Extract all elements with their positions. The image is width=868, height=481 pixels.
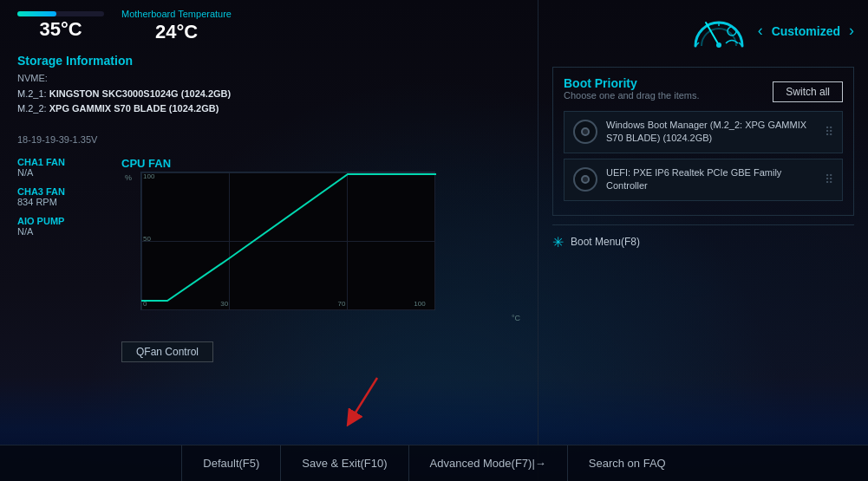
- storage-m21-name: KINGSTON SKC3000S1024G (1024.2GB): [49, 88, 232, 99]
- boot-item-0-icon-inner: [581, 127, 590, 136]
- fan-0-value: N/A: [17, 167, 104, 178]
- mb-temp-label: Motherboard Temperature: [121, 9, 232, 19]
- boot-menu-section: ✳ Boot Menu(F8): [552, 224, 854, 250]
- svg-line-7: [351, 378, 377, 419]
- gauge-icon: [689, 7, 749, 55]
- arrow-svg: [343, 369, 395, 430]
- fan-2-value: N/A: [17, 226, 104, 237]
- red-arrow-annotation: [343, 369, 395, 433]
- boot-priority-title-group: Boot Priority Choose one and drag the it…: [564, 76, 700, 107]
- svg-line-0: [706, 23, 719, 45]
- boot-item-1-icon-inner: [581, 175, 590, 184]
- fan-item-2: AIO PUMP N/A: [17, 216, 104, 237]
- qfan-button[interactable]: QFan Control: [121, 341, 213, 362]
- chart-x-30: 30: [220, 300, 228, 308]
- boot-menu-label: Boot Menu(F8): [571, 236, 640, 248]
- boot-menu-icon: ✳: [552, 234, 564, 250]
- profile-nav-right[interactable]: ›: [849, 22, 854, 40]
- save-exit-button[interactable]: Save & Exit(F10): [281, 445, 408, 481]
- ram-info: 18-19-19-39-1.35V: [17, 134, 520, 145]
- temperature-row: 35°C Motherboard Temperature 24°C: [17, 9, 520, 43]
- boot-item-1[interactable]: UEFI: PXE IP6 Realtek PCIe GBE Family Co…: [564, 159, 843, 201]
- boot-priority-section: Boot Priority Choose one and drag the it…: [552, 67, 854, 216]
- fan-list: CHA1 FAN N/A CHA3 FAN 834 RPM AIO PUMP N…: [17, 157, 104, 237]
- cpu-fan-title: CPU FAN: [121, 157, 520, 170]
- boot-priority-header: Boot Priority Choose one and drag the it…: [564, 76, 843, 107]
- svg-point-1: [716, 42, 721, 48]
- fan-item-0: CHA1 FAN N/A: [17, 157, 104, 178]
- switch-all-button[interactable]: Switch all: [773, 81, 843, 102]
- storage-m22-name: XPG GAMMIX S70 BLADE (1024.2GB): [49, 103, 219, 114]
- boot-menu-button[interactable]: ✳ Boot Menu(F8): [552, 234, 640, 250]
- storage-m21: M.2_1: KINGSTON SKC3000S1024G (1024.2GB): [17, 87, 520, 102]
- storage-m22-slot: M.2_2:: [17, 103, 47, 114]
- storage-type: NVME:: [17, 71, 520, 87]
- boot-item-0-icon: [573, 120, 597, 144]
- mb-temp-value: 24°C: [155, 21, 198, 43]
- fan-1-name: CHA3 FAN: [17, 186, 104, 197]
- gauge-svg: [689, 7, 749, 55]
- fan-1-value: 834 RPM: [17, 197, 104, 207]
- storage-m22: M.2_2: XPG GAMMIX S70 BLADE (1024.2GB): [17, 101, 520, 117]
- main-container: 35°C Motherboard Temperature 24°C Storag…: [0, 0, 868, 481]
- gauge-area: ‹ Customized ›: [552, 7, 854, 55]
- search-faq-button[interactable]: Search on FAQ: [568, 445, 687, 481]
- boot-item-1-drag-icon: ⠿: [825, 172, 833, 186]
- cpu-fan-section: CPU FAN % 100 50: [121, 157, 520, 362]
- boot-item-0-text: Windows Boot Manager (M.2_2: XPG GAMMIX …: [606, 119, 816, 146]
- right-panel: ‹ Customized › Boot Priority Choose one …: [538, 0, 868, 481]
- boot-priority-subtitle: Choose one and drag the items.: [564, 90, 700, 101]
- fans-row: CHA1 FAN N/A CHA3 FAN 834 RPM AIO PUMP N…: [17, 157, 520, 362]
- cpu-temp-value: 35°C: [39, 18, 82, 41]
- storage-section: Storage Information NVME: M.2_1: KINGSTO…: [17, 54, 520, 117]
- storage-type-label: NVME:: [17, 73, 48, 83]
- cpu-fan-curve: [141, 172, 436, 311]
- boot-item-1-icon: [573, 167, 597, 192]
- chart-x-70: 70: [337, 300, 345, 308]
- boot-priority-title: Boot Priority: [564, 76, 700, 90]
- fan-item-1: CHA3 FAN 834 RPM: [17, 186, 104, 207]
- bottom-bar: Default(F5) Save & Exit(F10) Advanced Mo…: [0, 445, 868, 481]
- advanced-mode-button[interactable]: Advanced Mode(F7)|→: [409, 445, 568, 481]
- fan-0-name: CHA1 FAN: [17, 157, 104, 167]
- profile-label: Customized: [772, 24, 840, 38]
- chart-x-100: 100: [414, 300, 425, 308]
- chart-y-label: %: [125, 173, 132, 182]
- cpu-temp-bar-fill: [17, 11, 56, 16]
- cpu-temp-item: 35°C: [17, 11, 104, 41]
- chart-x-label: °C: [512, 314, 520, 322]
- storage-title: Storage Information: [17, 54, 520, 68]
- boot-item-0-drag-icon: ⠿: [825, 125, 833, 139]
- left-panel: 35°C Motherboard Temperature 24°C Storag…: [0, 0, 538, 481]
- profile-nav-left[interactable]: ‹: [758, 22, 763, 40]
- storage-m21-slot: M.2_1:: [17, 88, 47, 99]
- fan-2-name: AIO PUMP: [17, 216, 104, 226]
- cpu-temp-bar-container: [17, 11, 104, 16]
- cpu-fan-chart: 100 50 0 30 70 100: [140, 172, 435, 310]
- mb-temp-item: Motherboard Temperature 24°C: [121, 9, 232, 43]
- default-button[interactable]: Default(F5): [181, 445, 281, 481]
- boot-item-1-text: UEFI: PXE IP6 Realtek PCIe GBE Family Co…: [606, 166, 816, 193]
- boot-item-0[interactable]: Windows Boot Manager (M.2_2: XPG GAMMIX …: [564, 111, 843, 153]
- chart-x-0: 0: [143, 300, 147, 308]
